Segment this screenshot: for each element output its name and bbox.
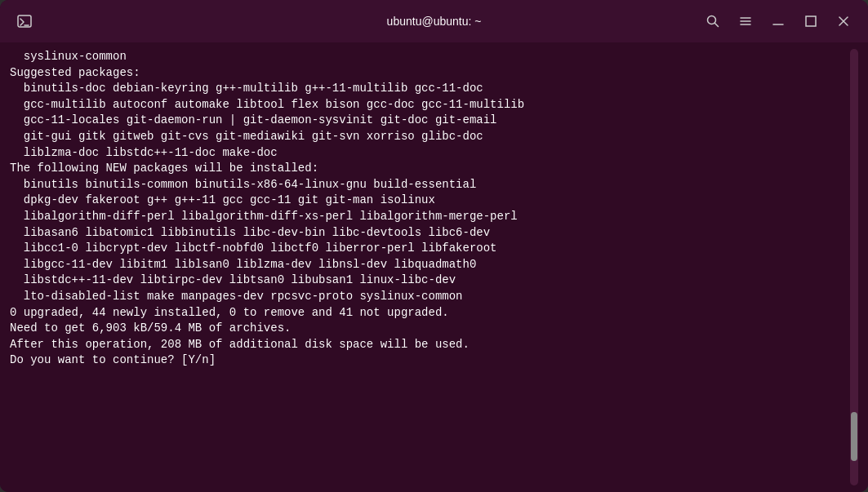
minimize-button[interactable] [763, 7, 793, 36]
terminal-icon [16, 13, 33, 29]
titlebar: ubuntu@ubuntu: ~ [0, 0, 868, 42]
maximize-button[interactable] [796, 7, 826, 36]
menu-button[interactable] [731, 7, 760, 36]
search-button[interactable] [698, 7, 728, 36]
terminal-icon-button[interactable] [10, 7, 39, 36]
minimize-icon [771, 14, 786, 29]
titlebar-left [10, 7, 39, 36]
maximize-icon [803, 14, 818, 29]
svg-line-3 [715, 24, 719, 27]
terminal-output[interactable]: syslinux-common Suggested packages: binu… [10, 49, 847, 485]
menu-icon [738, 14, 753, 29]
window-title: ubuntu@ubuntu: ~ [387, 15, 482, 28]
titlebar-controls [698, 7, 858, 36]
scrollbar[interactable] [850, 49, 858, 485]
close-button[interactable] [829, 7, 858, 36]
scrollbar-thumb[interactable] [851, 412, 857, 461]
search-icon [706, 14, 720, 29]
close-icon [836, 14, 851, 29]
terminal-body: syslinux-common Suggested packages: binu… [0, 42, 868, 492]
svg-rect-8 [806, 16, 816, 26]
terminal-window: ubuntu@ubuntu: ~ [0, 0, 868, 492]
